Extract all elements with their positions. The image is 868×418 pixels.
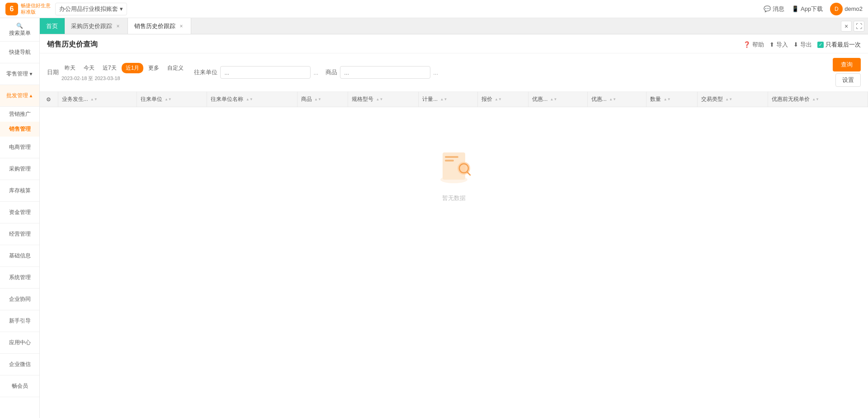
- tab-close-purchase[interactable]: ×: [115, 23, 121, 29]
- th-discount1[interactable]: 优惠... ▲▼: [528, 92, 588, 107]
- maximize-button[interactable]: ⛶: [854, 21, 864, 32]
- chevron-up-icon: ▲: [29, 93, 33, 99]
- avatar: D: [830, 3, 843, 15]
- logo-text: 畅捷信好生意 标准版: [21, 3, 51, 14]
- th-spec[interactable]: 规格型号 ▲▼: [348, 92, 419, 107]
- app-selector[interactable]: 办公用品行业模拟账套 ▾: [55, 3, 127, 15]
- sort-icon: ▲▼: [495, 97, 502, 101]
- download-button[interactable]: 📱 App下载: [792, 5, 823, 13]
- import-button[interactable]: ⬆ 导入: [769, 41, 788, 49]
- th-price[interactable]: 报价 ▲▼: [477, 92, 528, 107]
- tab-sales-history[interactable]: 销售历史价跟踪 ×: [128, 18, 191, 34]
- sort-icon: ▲▼: [90, 97, 98, 101]
- date-btn-7days[interactable]: 近7天: [99, 63, 120, 73]
- page-header-actions: ❓ 帮助 ⬆ 导入 ⬇ 导出 ✓ 只看最后一次: [743, 41, 861, 49]
- tab-home[interactable]: 首页: [40, 18, 65, 34]
- header-right: 💬 消息 📱 App下载 D demo2: [764, 3, 863, 15]
- user-menu[interactable]: D demo2: [830, 3, 863, 15]
- filter-bar: 日期 昨天 今天 近7天 近1月 更多 自定义 2023-02-18 至 202…: [40, 53, 868, 92]
- date-btn-custom[interactable]: 自定义: [164, 63, 187, 73]
- product-input[interactable]: [340, 66, 430, 79]
- content-area: 首页 采购历史价跟踪 × 销售历史价跟踪 × × ⛶ 销售历史价查询: [40, 18, 868, 418]
- date-btn-more[interactable]: 更多: [145, 63, 162, 73]
- data-table: ⚙ 业务发生... ▲▼ 往来单位 ▲▼: [40, 92, 868, 238]
- query-button[interactable]: 查询: [833, 58, 861, 71]
- header-left: 6 畅捷信好生意 标准版 办公用品行业模拟账套 ▾: [5, 3, 127, 15]
- sort-icon: ▲▼: [165, 97, 172, 101]
- empty-state: 暂无数据: [40, 107, 868, 238]
- only-last-checkbox[interactable]: ✓: [817, 42, 824, 48]
- sidebar-item-search[interactable]: 🔍 搜索菜单: [0, 18, 39, 42]
- th-qty[interactable]: 数量 ▲▼: [646, 92, 697, 107]
- partner-label: 往来单位: [194, 68, 217, 76]
- product-filter-group: 商品 ...: [326, 66, 438, 79]
- main-layout: 🔍 搜索菜单 快捷导航 零售管理 ▼ 批发管理 ▲ 营销推广 销售管理 电商管理…: [0, 18, 868, 418]
- export-button[interactable]: ⬇ 导出: [793, 41, 812, 49]
- th-discount2[interactable]: 优惠... ▲▼: [587, 92, 646, 107]
- import-icon: ⬆: [769, 41, 774, 48]
- sidebar-item-purchase[interactable]: 采购管理: [0, 158, 39, 180]
- only-last-checkbox-group[interactable]: ✓ 只看最后一次: [817, 41, 861, 49]
- sidebar-item-inventory[interactable]: 库存核算: [0, 180, 39, 202]
- sidebar-item-wholesale[interactable]: 批发管理 ▲: [0, 85, 39, 107]
- sidebar-item-retail[interactable]: 零售管理 ▼: [0, 63, 39, 85]
- sidebar-item-system[interactable]: 系统管理: [0, 267, 39, 289]
- th-trade-type[interactable]: 交易类型 ▲▼: [697, 92, 768, 107]
- th-partner-code[interactable]: 往来单位 ▲▼: [137, 92, 207, 107]
- sidebar-item-collab[interactable]: 企业协同: [0, 289, 39, 310]
- sort-icon: ▲▼: [609, 97, 616, 101]
- date-btn-yesterday[interactable]: 昨天: [61, 63, 79, 73]
- partner-input[interactable]: [220, 66, 311, 79]
- page-title: 销售历史价查询: [47, 40, 98, 49]
- top-header: 6 畅捷信好生意 标准版 办公用品行业模拟账套 ▾ 💬 消息 📱 App下载 D…: [0, 0, 868, 18]
- sidebar-item-sales[interactable]: 销售管理: [0, 122, 39, 137]
- sort-icon: ▲▼: [725, 97, 732, 101]
- sidebar-item-basic[interactable]: 基础信息: [0, 245, 39, 267]
- sort-icon: ▲▼: [314, 97, 321, 101]
- message-button[interactable]: 💬 消息: [764, 5, 784, 13]
- message-icon: 💬: [764, 5, 771, 12]
- sidebar-item-marketing[interactable]: 营销推广: [0, 107, 39, 122]
- help-icon: ❓: [743, 41, 750, 48]
- th-partner-name[interactable]: 往来单位名称 ▲▼: [207, 92, 297, 107]
- date-btn-1month[interactable]: 近1月: [122, 63, 144, 73]
- sidebar-item-quicknav[interactable]: 快捷导航: [0, 42, 39, 63]
- sidebar-item-finance[interactable]: 资金管理: [0, 202, 39, 223]
- search-icon: 🔍: [16, 23, 23, 30]
- partner-filter-group: 往来单位 ...: [194, 66, 318, 79]
- table-wrapper: ⚙ 业务发生... ▲▼ 往来单位 ▲▼: [40, 92, 868, 238]
- tab-purchase-history[interactable]: 采购历史价跟踪 ×: [65, 18, 128, 34]
- sidebar-item-ecommerce[interactable]: 电商管理: [0, 137, 39, 158]
- date-btn-today[interactable]: 今天: [80, 63, 98, 73]
- th-product[interactable]: 商品 ▲▼: [297, 92, 348, 107]
- sort-icon: ▲▼: [550, 97, 557, 101]
- sort-icon: ▲▼: [812, 97, 819, 101]
- th-pre-discount-price[interactable]: 优惠前无税单价 ▲▼: [768, 92, 868, 107]
- th-unit[interactable]: 计量... ▲▼: [419, 92, 478, 107]
- sidebar-item-operations[interactable]: 经营管理: [0, 223, 39, 245]
- tab-close-sales[interactable]: ×: [178, 23, 184, 29]
- product-more-icon[interactable]: ...: [433, 69, 438, 76]
- date-filter-group: 日期 昨天 今天 近7天 近1月 更多 自定义 2023-02-18 至 202…: [47, 63, 187, 82]
- sidebar-item-wechat[interactable]: 企业微信: [0, 354, 39, 375]
- page-content: 销售历史价查询 ❓ 帮助 ⬆ 导入 ⬇ 导出: [40, 34, 868, 418]
- date-label: 日期: [47, 68, 59, 76]
- page-header: 销售历史价查询 ❓ 帮助 ⬆ 导入 ⬇ 导出: [40, 34, 868, 53]
- logo-icon: 6: [5, 3, 18, 15]
- filter-actions: 查询 设置: [833, 58, 861, 87]
- settings-button[interactable]: 设置: [835, 73, 861, 87]
- date-options: 昨天 今天 近7天 近1月 更多 自定义: [61, 63, 187, 73]
- sort-icon: ▲▼: [376, 97, 383, 101]
- partner-more-icon[interactable]: ...: [313, 69, 318, 76]
- page-inner: 销售历史价查询 ❓ 帮助 ⬆ 导入 ⬇ 导出: [40, 34, 868, 418]
- sidebar-item-guide[interactable]: 新手引导: [0, 310, 39, 332]
- gear-icon[interactable]: ⚙: [46, 96, 51, 103]
- sidebar-item-appcenter[interactable]: 应用中心: [0, 332, 39, 354]
- close-tab-button[interactable]: ×: [841, 21, 852, 32]
- sidebar: 🔍 搜索菜单 快捷导航 零售管理 ▼ 批发管理 ▲ 营销推广 销售管理 电商管理…: [0, 18, 40, 418]
- help-button[interactable]: ❓ 帮助: [743, 41, 764, 49]
- th-gear[interactable]: ⚙: [40, 92, 58, 107]
- th-business-date[interactable]: 业务发生... ▲▼: [58, 92, 137, 107]
- sidebar-item-member[interactable]: 畅会员: [0, 375, 39, 397]
- tab-bar-controls: × ⛶: [841, 18, 868, 34]
